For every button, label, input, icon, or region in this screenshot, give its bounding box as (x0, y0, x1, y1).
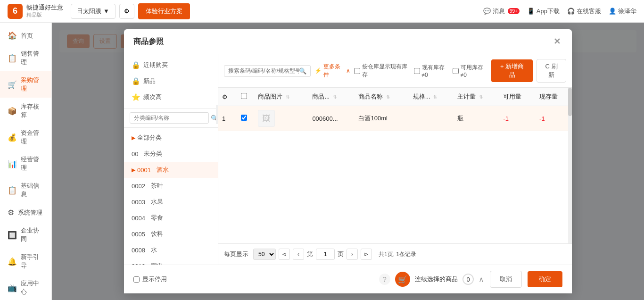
checkbox-existing[interactable]: 现有库存≠0 (414, 64, 449, 78)
brand-sub: 精品版 (26, 11, 63, 18)
cancel-button[interactable]: 取消 (490, 271, 522, 288)
page-input[interactable] (316, 249, 335, 260)
quick-label-new: 新品 (143, 77, 156, 85)
sidebar-item-purchase[interactable]: 🛒 采购管理 (0, 71, 51, 98)
checkbox-available-input[interactable] (453, 68, 459, 74)
page-label: 第 (307, 250, 313, 258)
td-image: 🖼 (254, 106, 308, 131)
prev-page-button[interactable]: ‹ (293, 249, 304, 260)
sidebar-item-basic[interactable]: 📋 基础信息 (0, 177, 51, 203)
show-disabled-checkbox[interactable] (133, 276, 140, 283)
checkbox-warehouse-input[interactable] (354, 68, 360, 74)
cat-item-0001[interactable]: ▶ 0001 酒水 (124, 162, 218, 178)
search-input[interactable] (228, 67, 299, 74)
app-download-label: App下载 (537, 7, 560, 16)
show-disabled-label[interactable]: 显示停用 (133, 275, 167, 283)
sidebar-item-guide[interactable]: 🔔 新手引导 (0, 248, 51, 275)
th-stock-label: 现存量 (539, 93, 558, 100)
checkbox-existing-input[interactable] (414, 68, 420, 74)
sidebar-label-purchase: 采购管理 (21, 76, 44, 93)
quick-link-recent[interactable]: 🔒 近期购买 (124, 57, 218, 73)
show-disabled-text: 显示停用 (142, 275, 167, 283)
cat-item-0010[interactable]: 0010 家电 (124, 258, 218, 265)
scrollbar-thumb[interactable] (568, 88, 572, 116)
modal-close-button[interactable]: ✕ (551, 36, 562, 47)
sidebar-item-inventory[interactable]: 📦 库存核算 (0, 98, 51, 124)
th-name: 商品名称 ⇅ (355, 88, 409, 106)
new-icon: 🔒 (132, 77, 140, 85)
modal-header: 商品参照 ✕ (124, 29, 572, 54)
th-code-label: 商品... (312, 93, 330, 100)
username-label: 徐泽华 (618, 7, 636, 16)
sort-icon-name: ⇅ (386, 94, 390, 100)
filter-icon: ⚡ (314, 67, 322, 74)
stock-value: -1 (539, 115, 545, 122)
th-image-label: 商品图片 (258, 93, 282, 100)
table-row[interactable]: 1 🖼 (218, 106, 572, 131)
online-service-button[interactable]: 🎧 在线客服 (567, 7, 601, 16)
checkbox-available[interactable]: 可用库存≠0 (453, 64, 487, 78)
per-page-select[interactable]: 50 (253, 249, 276, 260)
nav-selector[interactable]: 日太阳膜 ▼ (71, 4, 116, 19)
cat-item-00[interactable]: 00 未分类 (124, 146, 218, 162)
sales-icon: 📋 (8, 54, 17, 63)
phone-icon: 📱 (527, 8, 535, 15)
cat-code-0005: 0005 (132, 231, 145, 238)
scrollbar-track[interactable] (568, 88, 572, 243)
search-icon: 🔍 (299, 67, 306, 75)
settings-icon: ⚙ (222, 93, 228, 100)
cat-item-0005[interactable]: 0005 饮料 (124, 226, 218, 242)
gear-icon[interactable]: ⚙ (119, 4, 134, 19)
collapse-cart-icon[interactable]: ∧ (479, 275, 484, 284)
sidebar-item-home[interactable]: 🏠 首页 (0, 26, 51, 45)
cat-item-0003[interactable]: 0003 水果 (124, 194, 218, 210)
help-icon[interactable]: ? (379, 274, 390, 285)
quick-label-frequent: 频次高 (143, 93, 162, 101)
inventory-icon: 📦 (8, 107, 17, 116)
sidebar-item-finance[interactable]: 💰 资金管理 (0, 124, 51, 150)
sidebar-item-apps[interactable]: 📺 应用中心 (0, 275, 51, 300)
confirm-button[interactable]: 确定 (528, 271, 562, 287)
cat-item-0002[interactable]: 0002 茶叶 (124, 178, 218, 194)
sidebar-item-business[interactable]: 📊 经营管理 (0, 150, 51, 177)
th-spec: 规格... ⇅ (409, 88, 454, 106)
quick-link-new[interactable]: 🔒 新品 (124, 73, 218, 89)
quick-link-frequent[interactable]: ⭐ 频次高 (124, 89, 218, 105)
first-page-button[interactable]: ⊲ (279, 249, 290, 260)
cat-code-0004: 0004 (132, 215, 145, 222)
main-layout: 🏠 首页 📋 销售管理 🛒 采购管理 📦 库存核算 💰 资金管理 📊 经营管理 … (0, 23, 644, 300)
sidebar-label-finance: 资金管理 (21, 129, 44, 146)
select-all-checkbox[interactable] (241, 93, 247, 99)
image-placeholder-icon: 🖼 (262, 114, 271, 124)
user-menu[interactable]: 👤 徐泽华 (609, 7, 636, 16)
active-arrow-icon: ▶ (132, 167, 135, 173)
all-arrow-icon: ▶ (132, 135, 135, 141)
th-settings: ⚙ (218, 88, 237, 106)
sort-icon-code: ⇅ (333, 94, 337, 100)
cat-item-0008[interactable]: 0008 水 (124, 242, 218, 258)
product-table: ⚙ 商品图片 ⇅ (218, 88, 572, 131)
messages-button[interactable]: 💬 消息 99+ (483, 7, 520, 16)
cat-item-0004[interactable]: 0004 零食 (124, 210, 218, 226)
last-page-button[interactable]: ⊳ (361, 249, 372, 260)
row-checkbox[interactable] (241, 115, 247, 121)
sidebar-item-sales[interactable]: 📋 销售管理 (0, 45, 51, 71)
add-product-button[interactable]: + 新增商品 (491, 59, 533, 82)
checkbox-available-label: 可用库存≠0 (461, 64, 487, 78)
category-search-input[interactable] (130, 112, 209, 124)
message-icon: 💬 (483, 8, 491, 15)
filter-button[interactable]: ⚡ 更多条件 ∧ (314, 63, 350, 79)
sidebar-item-system[interactable]: ⚙ 系统管理 (0, 203, 51, 222)
sidebar-label-home: 首页 (21, 32, 33, 40)
cat-name-0001: 酒水 (157, 166, 169, 174)
cat-item-all[interactable]: ▶ 全部分类 (124, 130, 218, 146)
trial-button[interactable]: 体验行业方案 (138, 3, 190, 19)
checkbox-warehouse[interactable]: 按仓库显示现有库存 (354, 63, 410, 79)
sidebar-item-enterprise[interactable]: 🔲 企业协同 (0, 222, 51, 248)
cart-icon[interactable]: 🛒 (395, 272, 410, 287)
refresh-button[interactable]: C 刷新 (537, 59, 566, 83)
th-image: 商品图片 ⇅ (254, 88, 308, 106)
next-page-button[interactable]: › (347, 249, 358, 260)
app-download-button[interactable]: 📱 App下载 (527, 7, 560, 16)
sidebar-label-apps: 应用中心 (21, 279, 44, 296)
